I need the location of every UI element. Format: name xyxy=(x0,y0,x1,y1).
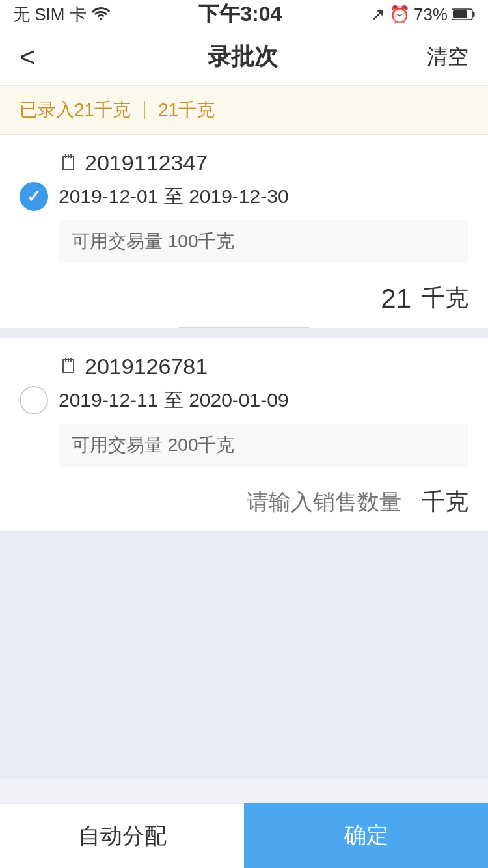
batch-id-row-2: 🗒 2019126781 xyxy=(20,354,468,379)
batch-available-1: 可用交易量 100千克 xyxy=(72,231,235,251)
empty-area xyxy=(0,532,488,779)
status-time: 下午3:04 xyxy=(198,0,282,29)
radio-2[interactable] xyxy=(20,386,48,414)
battery-icon xyxy=(452,5,475,25)
batch-date-row-1[interactable]: ✓ 2019-12-01 至 2019-12-30 xyxy=(20,182,468,211)
quantity-input-2[interactable] xyxy=(20,489,411,515)
batch-amount-value-1: 21 xyxy=(381,283,411,314)
clear-button[interactable]: 清空 xyxy=(427,43,468,72)
doc-icon-2: 🗒 xyxy=(59,355,79,379)
info-label: 已录入21千克 xyxy=(20,98,131,122)
battery-percent: 73% xyxy=(414,5,448,25)
location-icon: ↗ xyxy=(371,5,385,25)
batch-available-row-1: 可用交易量 100千克 xyxy=(59,220,468,263)
info-divider xyxy=(144,101,145,119)
batch-card-2: 🗒 2019126781 2019-12-11 至 2020-01-09 可用交… xyxy=(0,338,488,532)
status-bar: 无 SIM 卡 下午3:04 ↗ ⏰ 73% xyxy=(0,0,488,29)
info-value: 21千克 xyxy=(158,98,215,122)
no-sim-text: 无 SIM 卡 xyxy=(13,3,87,26)
check-icon-1: ✓ xyxy=(27,187,41,207)
status-right: ↗ ⏰ 73% xyxy=(371,5,475,25)
batch-id-2: 2019126781 xyxy=(85,354,208,379)
section-divider xyxy=(0,328,488,338)
batch-available-2: 可用交易量 200千克 xyxy=(72,435,235,455)
batch-id-1: 2019112347 xyxy=(85,150,208,176)
batch-date-2: 2019-12-11 至 2020-01-09 xyxy=(59,387,289,414)
auto-distribute-button[interactable]: 自动分配 xyxy=(0,803,244,868)
bottom-bar: 自动分配 确定 xyxy=(0,803,488,868)
batch-input-unit-2: 千克 xyxy=(422,486,468,518)
wifi-icon xyxy=(92,5,110,25)
page-title: 录批次 xyxy=(208,41,278,73)
batch-date-1: 2019-12-01 至 2019-12-30 xyxy=(59,183,289,210)
back-button[interactable]: < xyxy=(20,42,59,73)
batch-amount-unit-1: 千克 xyxy=(422,282,468,314)
status-left: 无 SIM 卡 xyxy=(13,3,110,26)
batch-item-1: 🗒 2019112347 ✓ 2019-12-01 至 2019-12-30 可… xyxy=(0,135,488,263)
batch-item-2: 🗒 2019126781 2019-12-11 至 2020-01-09 可用交… xyxy=(0,338,488,467)
doc-icon-1: 🗒 xyxy=(59,151,79,175)
info-banner: 已录入21千克 21千克 xyxy=(0,86,488,135)
alarm-icon: ⏰ xyxy=(389,5,410,25)
svg-rect-2 xyxy=(453,10,467,18)
batch-date-row-2[interactable]: 2019-12-11 至 2020-01-09 xyxy=(20,386,468,414)
batch-input-row-2[interactable]: 千克 xyxy=(0,480,488,532)
batch-id-row-1: 🗒 2019112347 xyxy=(20,150,468,176)
svg-rect-1 xyxy=(472,12,474,17)
nav-bar: < 录批次 清空 xyxy=(0,29,488,86)
confirm-button[interactable]: 确定 xyxy=(244,803,488,868)
batch-amount-row-1: 21 千克 xyxy=(0,276,488,327)
batch-available-row-2: 可用交易量 200千克 xyxy=(59,424,468,467)
batch-card-1: 🗒 2019112347 ✓ 2019-12-01 至 2019-12-30 可… xyxy=(0,135,488,328)
radio-1[interactable]: ✓ xyxy=(20,182,48,211)
